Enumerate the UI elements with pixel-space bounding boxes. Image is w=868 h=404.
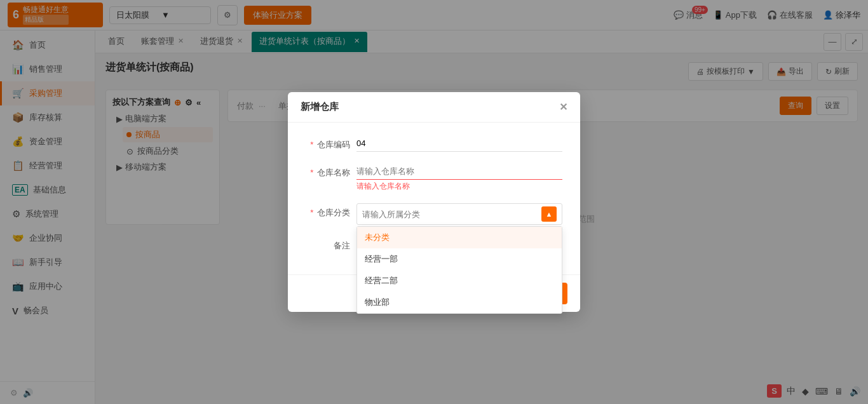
modal-body: * 仓库编码 * 仓库名称 请输入仓库名称 * 仓库分类 (288, 123, 580, 274)
modal-title: 新增仓库 (301, 101, 339, 113)
category-row: * 仓库分类 ▲ 未分类 经营一部 经营二部 物业部 (306, 203, 562, 225)
code-row: * 仓库编码 (306, 135, 562, 152)
name-field: 请输入仓库名称 (356, 163, 562, 192)
category-required-star: * (310, 208, 313, 217)
modal-close-btn[interactable]: ✕ (559, 101, 567, 113)
category-dropdown: 未分类 经营一部 经营二部 物业部 (356, 226, 562, 314)
name-input[interactable] (356, 163, 562, 180)
code-field (356, 135, 562, 152)
modal-header: 新增仓库 ✕ (288, 92, 580, 123)
dropdown-item-dept1[interactable]: 经营一部 (357, 248, 562, 270)
name-row: * 仓库名称 请输入仓库名称 (306, 163, 562, 192)
name-label: * 仓库名称 (306, 163, 356, 178)
code-input[interactable] (356, 135, 562, 152)
name-error-msg: 请输入仓库名称 (356, 181, 562, 192)
code-required-star: * (310, 140, 313, 149)
category-arrow-btn[interactable]: ▲ (541, 206, 557, 222)
category-input[interactable] (362, 210, 541, 219)
dropdown-item-dept2[interactable]: 经营二部 (357, 270, 562, 292)
code-label: * 仓库编码 (306, 135, 356, 151)
new-warehouse-modal: 新增仓库 ✕ * 仓库编码 * 仓库名称 请输入仓库名称 (288, 92, 580, 312)
dropdown-item-uncategorized[interactable]: 未分类 (357, 227, 562, 248)
category-field: ▲ 未分类 经营一部 经营二部 物业部 (356, 203, 562, 225)
notes-label: 备注 (306, 236, 356, 252)
dropdown-item-property[interactable]: 物业部 (357, 292, 562, 313)
category-label: * 仓库分类 (306, 203, 356, 219)
category-select[interactable]: ▲ (356, 203, 562, 225)
name-required-star: * (310, 168, 313, 177)
